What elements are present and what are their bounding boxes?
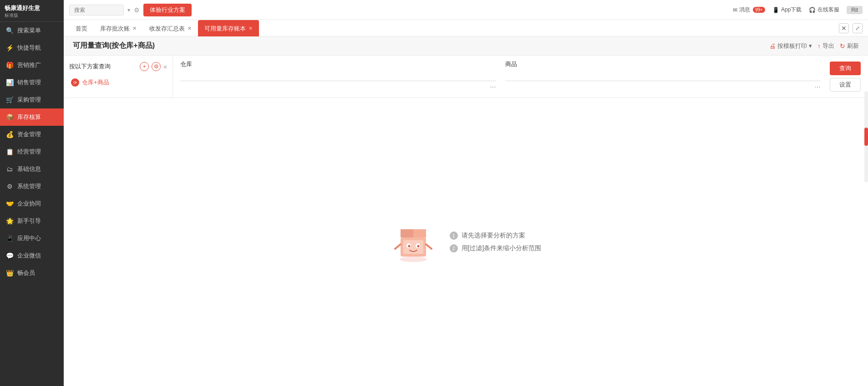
box-icon: 📦: [5, 113, 14, 121]
sidebar-item-inventory[interactable]: 📦 库存核算: [0, 108, 64, 126]
sidebar-item-purchase[interactable]: 🛒 采购管理: [0, 91, 64, 108]
sidebar-item-search[interactable]: 🔍 搜索菜单: [0, 22, 64, 39]
app-download-button[interactable]: 📱 App下载: [772, 6, 802, 14]
message-button[interactable]: ✉ 消息 99+: [733, 6, 765, 14]
sidebar-item-label: 资金管理: [17, 130, 41, 139]
empty-state: 1 请先选择要分析的方案 2 用[过滤]条件来缩小分析范围: [64, 98, 868, 386]
tip-number-1: 1: [450, 232, 458, 240]
message-label: 消息: [739, 6, 750, 14]
tab-available-ledger[interactable]: 可用量库存账本 ✕: [198, 20, 259, 36]
query-actions: 查询 设置: [830, 62, 861, 92]
industry-solution-button[interactable]: 体验行业方案: [143, 4, 192, 16]
settings-button[interactable]: 设置: [830, 78, 861, 92]
app-icon: 📱: [772, 7, 779, 13]
tab-expand-button[interactable]: ⤢: [853, 23, 863, 33]
main-area: ▾ ⚙ 体验行业方案 ✉ 消息 99+ 📱 App下载 🎧 在线客服 Rit 首…: [64, 0, 868, 386]
sidebar-item-newbie[interactable]: 🌟 新手引导: [0, 212, 64, 230]
app-download-label: App下载: [781, 6, 802, 14]
svg-marker-2: [401, 229, 413, 237]
sidebar-item-marketing[interactable]: 🎁 营销推广: [0, 57, 64, 74]
chart-icon: 📊: [5, 79, 14, 86]
query-button[interactable]: 查询: [830, 62, 861, 75]
right-scrollbar[interactable]: [864, 91, 868, 182]
tabs-bar: 首页 库存批次账 ✕ 收发存汇总表 ✕ 可用量库存账本 ✕ ✕ ⤢: [64, 20, 868, 36]
sidebar-item-label: 新手引导: [17, 217, 41, 225]
refresh-label: 刷新: [847, 42, 859, 50]
query-scheme-label: 按以下方案查询: [69, 62, 111, 71]
product-label: 商品: [505, 60, 821, 68]
query-area: 按以下方案查询 + ⚙ « ⟳ 仓库+商品 仓库 ··· 商品 ··: [64, 56, 868, 98]
scheme-item-label: 仓库+商品: [82, 78, 109, 87]
refresh-button[interactable]: ↻ 刷新: [840, 42, 859, 50]
page-header-actions: 🖨 按模板打印 ▾ ↑ 导出 ↻ 刷新: [769, 42, 859, 50]
topbar: ▾ ⚙ 体验行业方案 ✉ 消息 99+ 📱 App下载 🎧 在线客服 Rit: [64, 0, 868, 20]
warehouse-label: 仓库: [180, 60, 496, 68]
print-label: 按模板打印: [777, 42, 807, 50]
gift-icon: 🎁: [5, 62, 14, 69]
tab-collect-summary-label: 收发存汇总表: [149, 25, 185, 33]
service-icon: 🎧: [809, 7, 816, 13]
sidebar-item-sales[interactable]: 📊 销售管理: [0, 74, 64, 91]
print-dropdown-icon[interactable]: ▾: [809, 42, 812, 49]
empty-illustration: [391, 219, 436, 265]
tab-home[interactable]: 首页: [69, 20, 94, 36]
online-service-button[interactable]: 🎧 在线客服: [809, 6, 839, 14]
sidebar-item-label: 快捷导航: [17, 44, 41, 52]
sidebar-item-operation[interactable]: 📋 经营管理: [0, 143, 64, 160]
sidebar-item-label: 经营管理: [17, 148, 41, 156]
tab-available-ledger-close-icon[interactable]: ✕: [249, 26, 253, 31]
tab-collect-summary-close-icon[interactable]: ✕: [188, 26, 192, 31]
collapse-icon[interactable]: «: [163, 63, 167, 70]
gear-icon: ⚙: [5, 183, 14, 190]
money-icon: 💰: [5, 131, 14, 138]
svg-line-9: [395, 244, 401, 249]
sidebar-item-label: 企业微信: [17, 252, 41, 260]
export-icon: ↑: [817, 42, 821, 50]
phone-icon: 📱: [5, 235, 14, 242]
tab-available-ledger-label: 可用量库存账本: [204, 25, 246, 33]
sidebar: 畅康通好生意 标准版 🔍 搜索菜单 ⚡ 快捷导航 🎁 营销推广 📊 销售管理 🛒…: [0, 0, 64, 386]
product-input[interactable]: [505, 70, 821, 81]
sidebar-item-system[interactable]: ⚙ 系统管理: [0, 178, 64, 195]
message-icon: ✉: [733, 7, 737, 13]
add-scheme-button[interactable]: +: [140, 62, 149, 71]
warehouse-input[interactable]: [180, 70, 496, 81]
sidebar-item-member[interactable]: 👑 畅会员: [0, 264, 64, 282]
app-title: 畅康通好生意: [5, 5, 59, 12]
sidebar-item-basic[interactable]: 🗂 基础信息: [0, 160, 64, 178]
svg-marker-3: [413, 229, 426, 237]
query-left-panel: 按以下方案查询 + ⚙ « ⟳ 仓库+商品: [64, 56, 173, 98]
export-button[interactable]: ↑ 导出: [817, 42, 834, 50]
export-label: 导出: [822, 42, 834, 50]
product-more-icon[interactable]: ···: [815, 83, 821, 93]
settings-scheme-button[interactable]: ⚙: [152, 62, 161, 71]
search-input[interactable]: [69, 5, 124, 15]
crown-icon: 👑: [5, 269, 14, 277]
svg-line-10: [426, 244, 431, 249]
sidebar-item-finance[interactable]: 💰 资金管理: [0, 126, 64, 143]
query-scheme-item[interactable]: ⟳ 仓库+商品: [64, 75, 173, 90]
query-right-panel: 仓库 ··· 商品 ··· 查询 设置: [173, 56, 868, 98]
sidebar-item-shortcut[interactable]: ⚡ 快捷导航: [0, 39, 64, 57]
tab-batch-account-label: 库存批次账: [100, 25, 130, 33]
message-badge: 99+: [753, 7, 765, 13]
sidebar-item-wechat[interactable]: 💬 企业微信: [0, 247, 64, 264]
user-avatar[interactable]: Rit: [847, 6, 863, 14]
topbar-gear-icon[interactable]: ⚙: [134, 6, 140, 14]
tab-batch-account[interactable]: 库存批次账 ✕: [94, 20, 143, 36]
tab-batch-account-close-icon[interactable]: ✕: [132, 26, 137, 31]
sidebar-item-label: 销售管理: [17, 78, 41, 87]
search-icon: 🔍: [5, 27, 14, 34]
page-header: 可用量查询(按仓库+商品) 🖨 按模板打印 ▾ ↑ 导出 ↻ 刷新: [64, 36, 868, 56]
warehouse-more-icon[interactable]: ···: [490, 83, 496, 93]
sidebar-item-label: 搜索菜单: [17, 26, 41, 35]
sidebar-item-label: 营销推广: [17, 61, 41, 69]
star-icon: 🌟: [5, 217, 14, 225]
tab-collect-summary[interactable]: 收发存汇总表 ✕: [143, 20, 198, 36]
topbar-right: ✉ 消息 99+ 📱 App下载 🎧 在线客服 Rit: [733, 6, 863, 14]
sidebar-item-enterprise[interactable]: 🤝 企业协同: [0, 195, 64, 212]
sidebar-item-appstore[interactable]: 📱 应用中心: [0, 230, 64, 247]
dropdown-arrow-icon[interactable]: ▾: [127, 7, 130, 13]
print-button[interactable]: 🖨 按模板打印 ▾: [769, 42, 812, 50]
tab-close-all-button[interactable]: ✕: [839, 23, 849, 33]
